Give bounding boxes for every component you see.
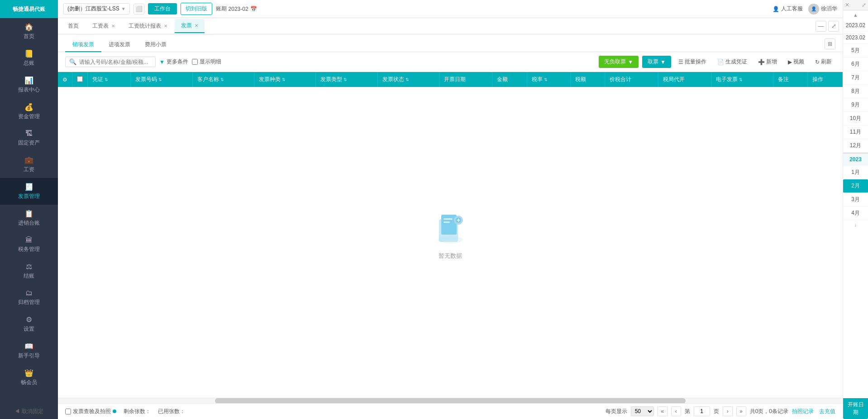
next-page-btn[interactable]: ›: [723, 406, 733, 416]
period-display: 账期 2023-02 📅: [216, 5, 257, 13]
workbench-button[interactable]: 工作台: [148, 3, 177, 14]
sidebar-item-home[interactable]: 🏠 首页: [0, 18, 58, 45]
refresh-btn[interactable]: ↻ 刷新: [811, 56, 835, 68]
footer: 发票查验及拍照 剩余张数： 已用张数： 每页显示 50 20 100 « ‹: [58, 403, 843, 419]
sidebar-item-archive[interactable]: 🗂 归档管理: [0, 284, 58, 311]
date-item-2023-2[interactable]: 2月: [843, 179, 868, 193]
sidebar-item-member[interactable]: 👑 畅会员: [0, 364, 58, 391]
batch-op-btn[interactable]: ☰ 批量操作: [675, 56, 710, 68]
open-period-btn[interactable]: 开账日期: [843, 398, 868, 419]
page-label-2: 页: [714, 408, 719, 415]
sidebar-item-reports[interactable]: 📊 报表中心: [0, 72, 58, 98]
tab-invoice-close[interactable]: ✕: [195, 23, 198, 28]
search-box[interactable]: 🔍: [65, 57, 156, 67]
date-item-2023-1[interactable]: 1月: [843, 166, 868, 179]
per-page-select[interactable]: 50 20 100: [631, 406, 654, 416]
upload-link[interactable]: 拍照记录: [792, 408, 814, 415]
th-customer: 客户名称⇅: [192, 72, 254, 87]
sidebar: 畅捷通易代账 🏠 首页 📒 总账 📊 报表中心 💰 资金管理 🏗 固定资产 💼 …: [0, 0, 58, 419]
sub-tab-outgoing[interactable]: 销项发票: [65, 38, 101, 52]
gen-voucher-icon: 📄: [717, 59, 724, 65]
calendar-icon[interactable]: 📅: [250, 6, 257, 12]
new-btn[interactable]: ➕ 新增: [754, 56, 781, 68]
date-scroll-down[interactable]: ↓: [843, 220, 868, 229]
sidebar-item-tax[interactable]: 🏛 税务管理: [0, 231, 58, 258]
sidebar-item-invoices[interactable]: 🧾 发票管理: [0, 178, 58, 205]
gen-voucher-btn[interactable]: 📄 生成凭证: [714, 56, 751, 68]
select-all-checkbox[interactable]: [77, 76, 83, 82]
date-item-5[interactable]: 5月: [843, 44, 868, 58]
sidebar-item-settings[interactable]: ⚙ 设置: [0, 311, 58, 337]
service-icon: 👤: [773, 6, 779, 12]
page-input[interactable]: [694, 406, 710, 416]
help-link[interactable]: 去充值: [819, 408, 835, 415]
tab-salary[interactable]: 工资表 ✕: [86, 19, 121, 33]
last-page-btn[interactable]: »: [736, 406, 746, 416]
video-btn[interactable]: ▶ 视频: [784, 56, 808, 68]
show-detail-checkbox[interactable]: 显示明细: [192, 58, 221, 66]
date-panel-maximize[interactable]: ⤢: [862, 2, 866, 8]
date-item-12[interactable]: 12月: [843, 139, 868, 153]
reports-icon: 📊: [24, 76, 33, 85]
verify-checkbox[interactable]: [65, 409, 71, 414]
sidebar-collapse-btn[interactable]: ◀ 取消固定: [0, 404, 58, 419]
search-input[interactable]: [79, 59, 152, 65]
th-settings[interactable]: ⚙: [58, 72, 72, 87]
prev-page-btn[interactable]: ‹: [671, 406, 681, 416]
date-item-9[interactable]: 9月: [843, 98, 868, 112]
tab-salary-close[interactable]: ✕: [111, 24, 115, 29]
date-item-11[interactable]: 11月: [843, 125, 868, 139]
sub-tab-incoming[interactable]: 进项发票: [101, 38, 138, 52]
th-invoice-status: 发票状态⇅: [377, 72, 439, 87]
th-remark: 备注: [773, 72, 808, 87]
no-tax-btn[interactable]: 无负取票 ▼: [599, 56, 639, 68]
tab-invoice[interactable]: 发票 ✕: [175, 19, 205, 33]
switch-version-button[interactable]: 切到旧版: [181, 3, 212, 15]
date-item-2023-4[interactable]: 4月: [843, 207, 868, 220]
company-name: (勿删）江西股宝-LSS: [67, 5, 119, 13]
sidebar-item-guide[interactable]: 📖 新手引导: [0, 337, 58, 364]
column-settings-icon[interactable]: ⊞: [825, 39, 835, 49]
sidebar-item-close[interactable]: ⚖ 结账: [0, 258, 58, 284]
date-panel-close[interactable]: ✕: [845, 2, 849, 8]
company-selector[interactable]: (勿删）江西股宝-LSS ▼: [63, 3, 130, 14]
footer-links: 拍照记录 去充值: [792, 408, 835, 415]
th-invoice-type: 发票种类⇅: [254, 72, 316, 87]
sidebar-item-purchase-sale[interactable]: 📋 进销台账: [0, 205, 58, 231]
sidebar-item-salary[interactable]: 💼 工资: [0, 151, 58, 178]
first-page-btn[interactable]: «: [658, 406, 668, 416]
tab-maximize-icon[interactable]: ⤢: [828, 21, 839, 32]
th-checkbox[interactable]: [72, 72, 88, 87]
date-item-6[interactable]: 6月: [843, 58, 868, 71]
date-item-8[interactable]: 8月: [843, 85, 868, 98]
sidebar-item-ledger[interactable]: 📒 总账: [0, 45, 58, 72]
company-copy-icon[interactable]: ⬜: [134, 4, 144, 14]
sidebar-item-assets[interactable]: 🏗 固定资产: [0, 125, 58, 151]
tab-salary-report[interactable]: 工资统计报表 ✕: [122, 19, 174, 33]
funds-icon: 💰: [24, 103, 33, 111]
sidebar-item-funds[interactable]: 💰 资金管理: [0, 98, 58, 125]
date-item-7[interactable]: 7月: [843, 71, 868, 85]
tab-salary-report-close[interactable]: ✕: [164, 24, 167, 29]
tax-icon: 🏛: [25, 236, 33, 244]
date-item-2023-02-top2[interactable]: 2023.02: [843, 32, 868, 44]
batch-icon: ☰: [678, 59, 683, 65]
verify-label[interactable]: 发票查验及拍照: [65, 408, 116, 415]
scrollbar-container[interactable]: [58, 398, 843, 403]
date-item-10[interactable]: 10月: [843, 112, 868, 125]
filter-icon: ▼: [159, 59, 165, 65]
more-filter-btn[interactable]: ▼ 更多条件: [159, 58, 188, 66]
user-profile-btn[interactable]: 👤 徐滔华: [808, 4, 837, 14]
tab-home[interactable]: 首页: [62, 19, 85, 33]
date-item-2023-3[interactable]: 3月: [843, 193, 868, 207]
used-count: 已用张数：: [158, 408, 185, 415]
date-item-2023-02-top[interactable]: 2023.02: [843, 19, 868, 32]
sub-tab-expense[interactable]: 费用小票: [138, 38, 174, 52]
date-scroll-up[interactable]: ▲: [843, 10, 868, 19]
customer-service-btn[interactable]: 👤 人工客服: [773, 5, 803, 13]
tab-minimize-icon[interactable]: —: [816, 21, 826, 32]
svg-rect-2: [441, 215, 457, 235]
main-content: (勿删）江西股宝-LSS ▼ ⬜ 工作台 切到旧版 账期 2023-02 📅 👤…: [58, 0, 843, 419]
take-ticket-btn[interactable]: 取票 ▼: [642, 56, 671, 68]
show-detail-check[interactable]: [192, 59, 198, 65]
